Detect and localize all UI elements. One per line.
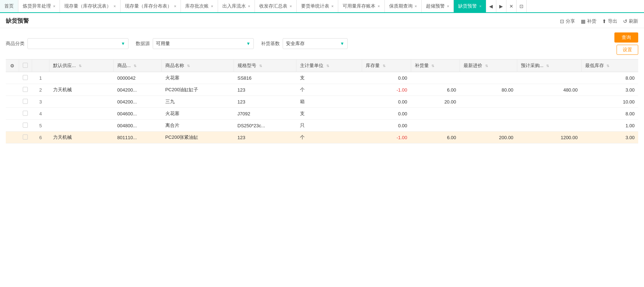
tab-close-collect-summary[interactable]: × (290, 4, 292, 8)
row-supplier-5: 力天机械 (49, 132, 114, 144)
replenish-icon: ▦ (581, 18, 586, 24)
share-button[interactable]: ⊡ 分享 (560, 18, 575, 25)
tab-close-all-button[interactable]: ✕ (506, 0, 517, 12)
export-icon: ⬆ (602, 18, 606, 24)
row-checkbox-4[interactable] (19, 120, 32, 132)
row-cb-0[interactable] (23, 75, 28, 80)
row-stock-1: -1.00 (362, 84, 411, 96)
share-icon: ⊡ (560, 18, 564, 24)
row-price-2 (460, 96, 517, 108)
th-product-code[interactable]: 商品... ⇅ (114, 59, 162, 72)
row-num-2: 3 (32, 96, 49, 108)
tab-restore-button[interactable]: ⊡ (517, 0, 527, 12)
sort-name-icon: ⇅ (187, 64, 190, 68)
row-checkbox-1[interactable] (19, 84, 32, 96)
refresh-button[interactable]: ↺ 刷新 (623, 18, 638, 25)
tab-overstock[interactable]: 超储预警 × (422, 0, 454, 12)
sort-replenish-icon: ⇅ (431, 64, 434, 68)
row-purchase-4 (517, 120, 581, 132)
row-purchase-2 (517, 96, 581, 108)
table-body: 1 0000042 火花塞 SS816 支 0.00 8.00 2 力天机械 0… (6, 72, 638, 144)
tab-abnormal[interactable]: 炼货异常处理 × (18, 0, 60, 12)
row-spec-2: 123 (234, 96, 296, 108)
row-checkbox-2[interactable] (19, 96, 32, 108)
tab-close-order-stats[interactable]: × (331, 4, 334, 8)
tab-close-overstock[interactable]: × (447, 4, 449, 8)
row-gear-0[interactable] (6, 72, 19, 84)
th-stock-qty[interactable]: 库存量 ⇅ (362, 59, 411, 72)
row-name-5: PC200张紧油缸 (162, 132, 234, 144)
tab-close-batch-account[interactable]: × (211, 4, 213, 8)
table-row: 5 004800... 离合片 DS250*23c... 只 0.00 1.00 (6, 120, 638, 132)
tab-close-shortage[interactable]: × (479, 4, 481, 8)
tab-close-available-ledger[interactable]: × (378, 4, 380, 8)
row-num-0: 1 (32, 72, 49, 84)
th-checkbox[interactable] (19, 59, 32, 72)
row-checkbox-5[interactable] (19, 132, 32, 144)
data-source-label: 数据源 (136, 40, 150, 47)
sort-stock-icon: ⇅ (383, 64, 386, 68)
row-min-stock-1: 3.00 (581, 84, 638, 96)
th-spec[interactable]: 规格型号 ⇅ (234, 59, 296, 72)
sort-supplier-icon: ⇅ (79, 64, 82, 68)
tab-shortage[interactable]: 缺货预警 × (454, 0, 486, 12)
tab-next-button[interactable]: ▶ (496, 0, 506, 12)
query-button[interactable]: 查询 (614, 32, 638, 43)
product-category-select[interactable]: ▼ (27, 38, 129, 49)
tab-close-expiry-query[interactable]: × (415, 4, 417, 8)
row-name-0: 火花塞 (162, 72, 234, 84)
row-cb-3[interactable] (23, 111, 28, 116)
product-category-arrow-icon: ▼ (121, 41, 125, 46)
row-gear-4[interactable] (6, 120, 19, 132)
tab-close-inventory-dist[interactable]: × (174, 4, 176, 8)
tab-inventory-status[interactable]: 现存量（库存状况表） × (60, 0, 120, 12)
th-estimated-purchase[interactable]: 预计采购... ⇅ (517, 59, 581, 72)
row-checkbox-0[interactable] (19, 72, 32, 84)
tab-prev-button[interactable]: ◀ (486, 0, 496, 12)
tab-inout-flow[interactable]: 出入库流水 × (218, 0, 255, 12)
row-gear-1[interactable] (6, 84, 19, 96)
export-button[interactable]: ⬆ 导出 (602, 18, 617, 25)
sort-spec-icon: ⇅ (259, 64, 262, 68)
table-row: 3 004200... 三九 123 箱 0.00 20.00 10.00 (6, 96, 638, 108)
th-default-supplier[interactable]: 默认供应... ⇅ (49, 59, 114, 72)
tab-collect-summary[interactable]: 收发存汇总表 × (255, 0, 296, 12)
row-min-stock-3: 8.00 (581, 108, 638, 120)
row-gear-2[interactable] (6, 96, 19, 108)
replenish-base-select[interactable]: 安全库存 ▼ (283, 38, 348, 49)
row-cb-4[interactable] (23, 123, 28, 128)
th-unit[interactable]: 主计量单位 ⇅ (296, 59, 362, 72)
th-min-stock[interactable]: 最低库存 ⇅ (581, 59, 638, 72)
tab-available-ledger[interactable]: 可用量库存账本 × (338, 0, 384, 12)
th-latest-price[interactable]: 最新进价 ⇅ (460, 59, 517, 72)
th-gear[interactable]: ⚙ (6, 59, 19, 72)
tab-close-inventory-status[interactable]: × (113, 4, 116, 8)
th-replenish-qty[interactable]: 补货量 ⇅ (411, 59, 460, 72)
row-code-5: 801110... (114, 132, 162, 144)
filter-bar: 商品分类 ▼ 数据源 可用量 ▼ 补货基数 安全库存 ▼ 查询 设置 (0, 28, 644, 59)
row-supplier-3 (49, 108, 114, 120)
tab-close-inout-flow[interactable]: × (248, 4, 250, 8)
tab-home[interactable]: 首页 (0, 0, 18, 12)
header-checkbox[interactable] (23, 63, 28, 68)
tab-close-abnormal[interactable]: × (53, 4, 55, 8)
row-purchase-3 (517, 108, 581, 120)
row-unit-1: 个 (296, 84, 362, 96)
tab-expiry-query[interactable]: 保质期查询 × (385, 0, 422, 12)
replenish-button[interactable]: ▦ 补货 (581, 18, 596, 25)
row-min-stock-4: 1.00 (581, 120, 638, 132)
tab-order-stats[interactable]: 要货单统计表 × (297, 0, 338, 12)
row-gear-3[interactable] (6, 108, 19, 120)
row-name-1: PC200油缸缸子 (162, 84, 234, 96)
row-checkbox-3[interactable] (19, 108, 32, 120)
th-product-name[interactable]: 商品名称 ⇅ (162, 59, 234, 72)
table-row: 6 力天机械 801110... PC200张紧油缸 123 个 -1.00 6… (6, 132, 638, 144)
data-source-select[interactable]: 可用量 ▼ (153, 38, 254, 49)
row-cb-1[interactable] (23, 87, 28, 92)
tab-batch-account[interactable]: 库存批次账 × (181, 0, 218, 12)
row-cb-2[interactable] (23, 99, 28, 104)
row-cb-5[interactable] (23, 134, 28, 140)
tab-inventory-dist[interactable]: 现存量（库存分布表） × (121, 0, 181, 12)
settings-button[interactable]: 设置 (617, 45, 638, 55)
row-gear-5[interactable] (6, 132, 19, 144)
